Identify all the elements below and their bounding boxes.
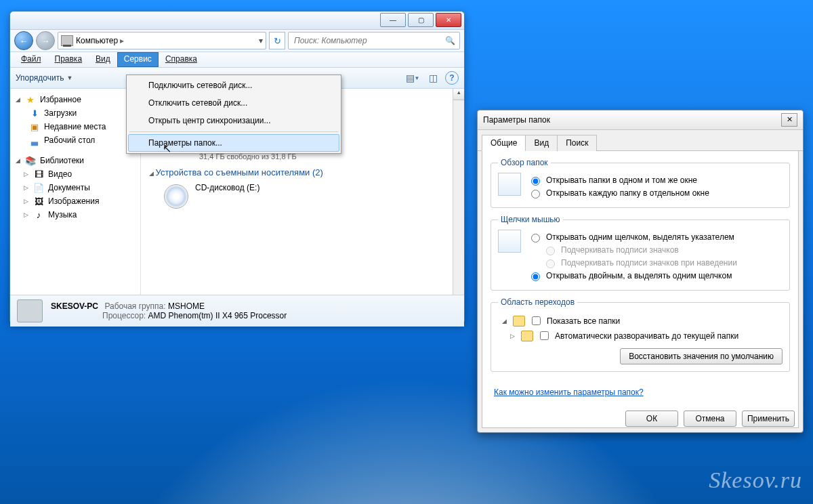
scrollbar[interactable]: ▴ bbox=[453, 89, 464, 295]
radio-single-click[interactable]: Открывать одним щелчком, выделять указат… bbox=[528, 232, 783, 243]
nav-back-button[interactable]: ← bbox=[14, 31, 33, 50]
scroll-up-icon[interactable]: ▴ bbox=[453, 89, 464, 100]
radio-underline-always: Подчеркивать подписи значков bbox=[543, 245, 783, 255]
address-bar-row: ← → Компьютер ▾ ↻ 🔍 bbox=[10, 30, 464, 52]
ok-button[interactable]: ОК bbox=[625, 411, 678, 427]
menu-disconnect-drive[interactable]: Отключить сетевой диск... bbox=[128, 94, 339, 112]
tree-row-show-all[interactable]: ◢Показать все папки bbox=[502, 314, 783, 327]
folder-options-dialog: Параметры папок ✕ Общие Вид Поиск Обзор … bbox=[477, 110, 804, 433]
radio-own-window[interactable]: Открывать каждую папку в отдельном окне bbox=[528, 188, 783, 198]
radio-same-window[interactable]: Открывать папки в одном и том же окне bbox=[528, 175, 783, 186]
removable-section-header[interactable]: Устройства со съемными носителями (2) bbox=[149, 167, 452, 177]
chevron-down-icon: ▼ bbox=[66, 75, 72, 81]
maximize-button[interactable]: ▢ bbox=[408, 13, 434, 27]
tabs: Общие Вид Поиск bbox=[478, 130, 803, 151]
tab-general[interactable]: Общие bbox=[482, 135, 526, 151]
menu-folder-options[interactable]: Параметры папок... bbox=[128, 134, 339, 152]
drive-dvd[interactable]: CD-дисковод (E:) bbox=[164, 183, 452, 209]
menu-edit[interactable]: Правка bbox=[48, 52, 89, 67]
sidebar-music[interactable]: ▷♪Музыка bbox=[13, 208, 138, 222]
cancel-button[interactable]: Отмена bbox=[684, 411, 736, 427]
cpu-value: AMD Phenom(tm) II X4 965 Processor bbox=[148, 311, 287, 320]
sidebar-video[interactable]: ▷🎞Видео bbox=[13, 167, 138, 181]
menu-bar: Файл Правка Вид Сервис Справка bbox=[10, 52, 464, 68]
minimize-button[interactable]: — bbox=[380, 13, 406, 27]
checkbox-label: Автоматически разворачивать до текущей п… bbox=[555, 331, 738, 341]
menu-open-sync[interactable]: Открыть центр синхронизации... bbox=[128, 112, 339, 129]
radio-label: Подчеркивать подписи значков bbox=[561, 245, 679, 255]
apply-button[interactable]: Применить bbox=[742, 411, 795, 427]
dvd-icon bbox=[164, 184, 188, 209]
folder-icon bbox=[513, 316, 525, 327]
tree-row-auto-expand[interactable]: ▷Автоматически разворачивать до текущей … bbox=[510, 329, 783, 342]
address-dropdown-icon[interactable]: ▾ bbox=[259, 36, 263, 45]
nav-forward-button[interactable]: → bbox=[36, 31, 55, 50]
close-button[interactable]: ✕ bbox=[436, 13, 461, 27]
radio-underline-hover: Подчеркивать подписи значков при наведен… bbox=[543, 257, 783, 268]
sidebar-documents[interactable]: ▷📄Документы bbox=[13, 181, 138, 194]
folder-icon bbox=[521, 331, 533, 341]
refresh-button[interactable]: ↻ bbox=[269, 32, 285, 49]
sidebar-label: Изображения bbox=[48, 196, 99, 206]
workgroup-label: Рабочая группа: bbox=[104, 301, 165, 311]
menu-file[interactable]: Файл bbox=[14, 52, 48, 67]
organize-label: Упорядочить bbox=[16, 73, 64, 83]
breadcrumb-computer[interactable]: Компьютер bbox=[76, 36, 124, 45]
restore-defaults-button[interactable]: Восстановить значения по умолчанию bbox=[620, 348, 783, 364]
radio-label: Открывать двойным, а выделять одним щелч… bbox=[546, 271, 732, 280]
search-input[interactable] bbox=[293, 35, 445, 46]
sidebar-label: Недавние места bbox=[44, 122, 106, 131]
nav-sidebar: ◢★Избранное ⬇Загрузки ▣Недавние места ▃Р… bbox=[10, 89, 141, 295]
watermark: Skesov.ru bbox=[709, 467, 802, 493]
computer-icon bbox=[17, 299, 43, 322]
sidebar-label: Документы bbox=[48, 183, 90, 192]
radio-label: Подчеркивать подписи значков при наведен… bbox=[561, 258, 737, 268]
tab-view[interactable]: Вид bbox=[525, 135, 558, 151]
radio-label: Открывать папки в одном и том же окне bbox=[546, 175, 697, 185]
view-mode-button[interactable]: ▤▼ bbox=[404, 70, 421, 86]
help-button[interactable]: ? bbox=[445, 71, 459, 85]
nav-pane-group: Область переходов ◢Показать все папки ▷А… bbox=[491, 297, 790, 372]
cpu-label: Процессор: bbox=[102, 311, 146, 320]
menu-view[interactable]: Вид bbox=[89, 52, 117, 67]
sidebar-label: Библиотеки bbox=[40, 156, 84, 165]
radio-label: Открывать одним щелчком, выделять указат… bbox=[546, 232, 734, 242]
search-box[interactable]: 🔍 bbox=[288, 32, 460, 49]
click-items-group: Щелчки мышью Открывать одним щелчком, вы… bbox=[491, 215, 790, 291]
sidebar-label: Избранное bbox=[40, 95, 81, 104]
tab-search[interactable]: Поиск bbox=[557, 135, 597, 151]
radio-label: Открывать каждую папку в отдельном окне bbox=[546, 188, 709, 198]
dialog-close-button[interactable]: ✕ bbox=[781, 113, 797, 127]
browse-folders-group: Обзор папок Открывать папки в одном и то… bbox=[491, 158, 790, 208]
checkbox-label: Показать все папки bbox=[547, 316, 620, 326]
group-legend: Область переходов bbox=[498, 297, 577, 307]
preview-pane-button[interactable]: ◫ bbox=[425, 70, 441, 86]
radio-double-click[interactable]: Открывать двойным, а выделять одним щелч… bbox=[528, 270, 783, 281]
titlebar[interactable]: — ▢ ✕ bbox=[10, 12, 464, 30]
sidebar-recent[interactable]: ▣Недавние места bbox=[13, 120, 138, 133]
organize-button[interactable]: Упорядочить ▼ bbox=[16, 73, 72, 83]
sidebar-desktop[interactable]: ▃Рабочий стол bbox=[13, 133, 138, 147]
menu-help[interactable]: Справка bbox=[159, 52, 204, 67]
sidebar-favorites[interactable]: ◢★Избранное bbox=[13, 93, 138, 106]
dialog-title: Параметры папок bbox=[483, 115, 550, 125]
menu-map-drive[interactable]: Подключить сетевой диск... bbox=[128, 77, 339, 94]
status-bar: SKESOV-PC Рабочая группа: MSHOME Процесс… bbox=[10, 295, 464, 327]
address-bar[interactable]: Компьютер ▾ bbox=[58, 32, 266, 49]
sidebar-label: Рабочий стол bbox=[44, 135, 95, 145]
help-link[interactable]: Как можно изменить параметры папок? bbox=[494, 387, 644, 397]
group-legend: Щелчки мышью bbox=[498, 215, 563, 224]
computer-icon bbox=[61, 35, 73, 46]
sidebar-downloads[interactable]: ⬇Загрузки bbox=[13, 106, 138, 120]
sidebar-label: Музыка bbox=[48, 210, 77, 219]
drive-label: CD-дисковод (E:) bbox=[195, 183, 259, 192]
cursor-icon bbox=[498, 230, 521, 253]
sidebar-label: Загрузки bbox=[44, 108, 77, 118]
window-icon bbox=[498, 173, 521, 196]
pc-name: SKESOV-PC bbox=[51, 301, 98, 311]
workgroup-value: MSHOME bbox=[168, 301, 205, 311]
sidebar-pictures[interactable]: ▷🖼Изображения bbox=[13, 194, 138, 208]
sidebar-libraries[interactable]: ◢📚Библиотеки bbox=[13, 154, 138, 167]
dialog-titlebar[interactable]: Параметры папок ✕ bbox=[478, 110, 803, 130]
menu-service[interactable]: Сервис bbox=[117, 52, 159, 67]
